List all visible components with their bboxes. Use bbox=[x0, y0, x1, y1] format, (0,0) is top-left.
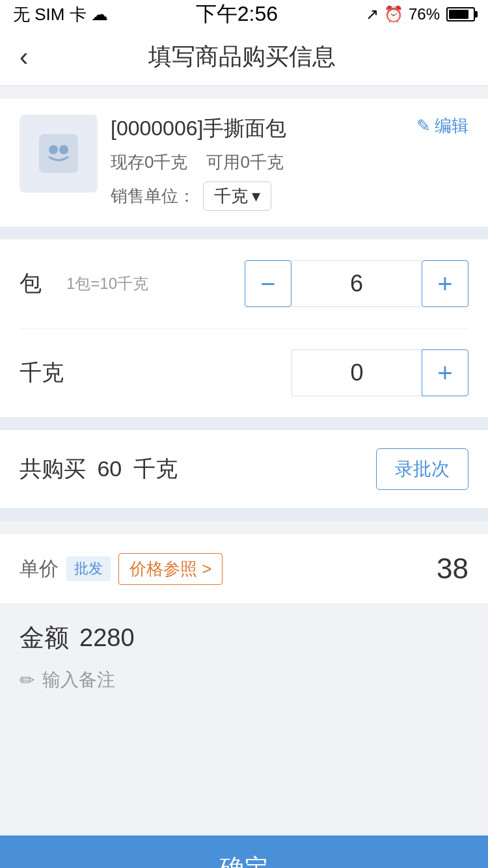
price-ref-button[interactable]: 价格参照 > bbox=[118, 553, 223, 585]
confirm-button-label: 确定 bbox=[219, 852, 269, 869]
product-stock: 现存0千克 可用0千克 bbox=[111, 151, 403, 174]
product-card-right: ✎ 编辑 bbox=[416, 115, 468, 137]
status-location-icon: ↗ bbox=[366, 5, 379, 23]
remark-row[interactable]: ✏ 输入备注 bbox=[20, 668, 468, 705]
total-quantity: 60 bbox=[97, 456, 122, 481]
back-button[interactable]: ‹ bbox=[20, 42, 28, 72]
amount-row: 金额 2280 bbox=[20, 621, 468, 655]
product-image bbox=[20, 115, 98, 193]
total-unit: 千克 bbox=[133, 456, 178, 481]
pencil-icon: ✏ bbox=[20, 670, 34, 691]
page-title: 填写商品购买信息 bbox=[41, 41, 442, 73]
total-row: 共购买 60 千克 录批次 bbox=[0, 430, 488, 508]
quantity-hint-bao: 1包=10千克 bbox=[66, 273, 245, 294]
status-alarm-icon: ⏰ bbox=[384, 5, 403, 23]
price-row: 单价 批发 价格参照 > 38 bbox=[20, 552, 468, 585]
section-divider-3 bbox=[0, 508, 488, 521]
product-name: [0000006]手撕面包 bbox=[111, 115, 403, 143]
section-divider-2 bbox=[0, 417, 488, 430]
price-value: 38 bbox=[437, 552, 468, 585]
quantity-control-bao: − + bbox=[245, 260, 468, 307]
quantity-control-kg: + bbox=[291, 349, 468, 396]
nav-bar: ‹ 填写商品购买信息 bbox=[0, 29, 488, 86]
price-section: 单价 批发 价格参照 > 38 bbox=[0, 534, 488, 603]
quantity-label-kg: 千克 bbox=[20, 358, 64, 388]
product-unit-row: 销售单位： 千克 ▾ bbox=[111, 182, 403, 211]
unit-dropdown-icon: ▾ bbox=[252, 186, 260, 206]
amount-section: 金额 2280 ✏ 输入备注 bbox=[0, 603, 488, 705]
svg-rect-0 bbox=[39, 134, 78, 173]
confirm-bar[interactable]: 确定 bbox=[0, 835, 488, 868]
available-text: 可用0千克 bbox=[206, 152, 283, 172]
remark-placeholder: 输入备注 bbox=[42, 668, 115, 692]
quantity-section: 包 1包=10千克 − + 千克 + bbox=[0, 239, 488, 417]
unit-value: 千克 bbox=[214, 185, 248, 208]
increment-bao-button[interactable]: + bbox=[422, 260, 468, 307]
quantity-kg-input[interactable] bbox=[291, 349, 422, 396]
amount-label: 金额 bbox=[20, 621, 69, 655]
stock-text: 现存0千克 bbox=[111, 152, 187, 172]
amount-value: 2280 bbox=[79, 624, 135, 652]
svg-point-1 bbox=[49, 145, 58, 154]
product-info: [0000006]手撕面包 现存0千克 可用0千克 销售单位： 千克 ▾ bbox=[111, 115, 403, 211]
edit-label: 编辑 bbox=[435, 115, 468, 137]
total-text: 共购买 60 千克 bbox=[20, 454, 178, 484]
edit-icon: ✎ bbox=[416, 116, 431, 136]
status-carrier: 无 SIM 卡 ☁ bbox=[13, 3, 108, 26]
status-time: 下午2:56 bbox=[196, 0, 278, 29]
battery-icon bbox=[446, 7, 475, 21]
price-label: 单价 批发 价格参照 > bbox=[20, 553, 223, 585]
product-card: [0000006]手撕面包 现存0千克 可用0千克 销售单位： 千克 ▾ ✎ 编… bbox=[0, 99, 488, 226]
quantity-row-kg: 千克 + bbox=[20, 329, 468, 417]
total-prefix: 共购买 bbox=[20, 456, 86, 481]
price-tag: 批发 bbox=[66, 556, 111, 581]
empty-space bbox=[0, 705, 488, 835]
status-bar: 无 SIM 卡 ☁ 下午2:56 ↗ ⏰ 76% bbox=[0, 0, 488, 29]
increment-kg-button[interactable]: + bbox=[422, 349, 468, 396]
unit-select[interactable]: 千克 ▾ bbox=[203, 182, 271, 211]
quantity-row-bao: 包 1包=10千克 − + bbox=[20, 239, 468, 329]
product-logo-icon bbox=[39, 134, 78, 173]
unit-label: 销售单位： bbox=[111, 185, 195, 208]
decrement-bao-button[interactable]: − bbox=[245, 260, 291, 307]
batch-button[interactable]: 录批次 bbox=[376, 448, 468, 490]
svg-point-2 bbox=[59, 145, 68, 154]
quantity-bao-input[interactable] bbox=[291, 260, 422, 307]
price-label-text: 单价 bbox=[20, 556, 59, 582]
status-right: ↗ ⏰ 76% bbox=[366, 5, 475, 23]
edit-button[interactable]: ✎ 编辑 bbox=[416, 115, 468, 137]
quantity-label-bao: 包 bbox=[20, 269, 59, 299]
status-battery-text: 76% bbox=[409, 5, 440, 23]
section-divider-1 bbox=[0, 226, 488, 239]
